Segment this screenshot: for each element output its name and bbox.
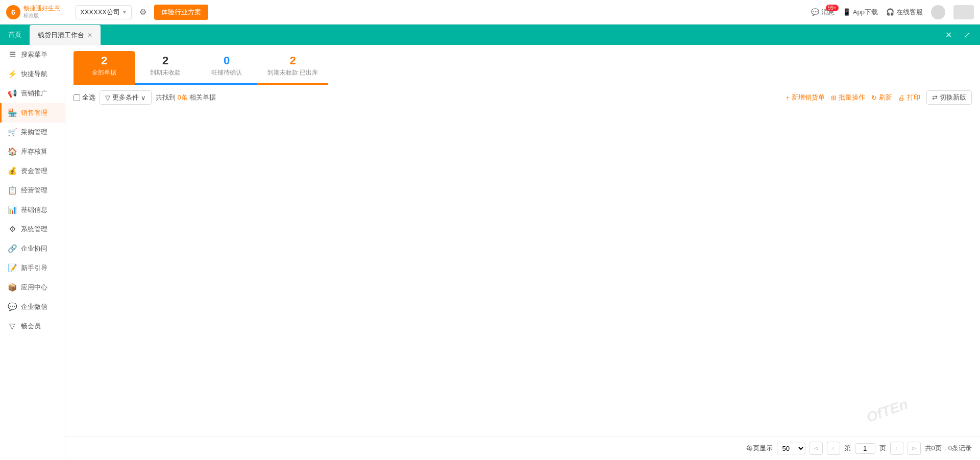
stat-count-overdue: 2 [145, 55, 186, 66]
tab-close-icon[interactable]: ✕ [87, 32, 92, 39]
tab-home-label: 首页 [8, 30, 21, 39]
sales-icon: 🏪 [8, 108, 17, 117]
basic-info-icon: 📊 [8, 205, 17, 214]
prev-page-button[interactable]: ‹ [827, 442, 840, 455]
toolbar-left: 全选 ▽ 更多条件 ∨ 共找到 0条 相关单据 [74, 90, 781, 105]
filter-label: 更多条件 [112, 93, 139, 102]
sidebar-item-label: 企业微信 [21, 302, 47, 311]
sidebar-item-finance[interactable]: 💰 资金管理 [0, 161, 65, 181]
sidebar-item-quick-nav[interactable]: ⚡ 快捷导航 [0, 64, 65, 84]
batch-operation-button[interactable]: ⊞ 批量操作 [831, 93, 865, 102]
sidebar-item-marketing[interactable]: 📢 营销推广 [0, 84, 65, 103]
finance-icon: 💰 [8, 166, 17, 176]
page-input[interactable] [855, 443, 875, 454]
top-header: 6 畅捷通好生意 标准版 XXXXXX公司 ▼ ⚙ 体验行业方案 💬 消息 99… [0, 0, 980, 25]
sidebar-item-inventory[interactable]: 🏠 库存核算 [0, 142, 65, 161]
header-right: 💬 消息 99+ 📱 App下载 🎧 在线客服 [811, 5, 974, 19]
select-all-checkbox[interactable]: 全选 [74, 93, 95, 102]
stat-tab-pending[interactable]: 0 旺铺待确认 [196, 51, 257, 85]
batch-icon: ⊞ [831, 94, 837, 102]
app-download-button[interactable]: 📱 App下载 [843, 8, 878, 17]
sidebar-item-label: 搜索菜单 [21, 50, 47, 59]
enterprise-icon: 🔗 [8, 244, 17, 253]
member-icon: ▽ [8, 322, 17, 331]
select-all-input[interactable] [74, 94, 80, 101]
tab-expand-icon[interactable]: ⤢ [960, 28, 974, 42]
add-label: 新增销货单 [792, 93, 825, 102]
download-icon: 📱 [843, 8, 851, 16]
stat-count-all: 2 [84, 55, 125, 66]
stat-count-overdue-shipped: 2 [267, 55, 318, 66]
message-badge: 99+ [826, 5, 839, 11]
company-selector[interactable]: XXXXXX公司 ▼ [76, 5, 132, 19]
sidebar: ☰ 搜索菜单 ⚡ 快捷导航 📢 营销推广 🏪 销售管理 🛒 采购管理 🏠 库存核… [0, 45, 65, 460]
add-icon: + [786, 94, 790, 102]
tab-bar-actions: ✕ ⤢ [941, 28, 980, 42]
stat-tab-overdue-shipped[interactable]: 2 到期未收款 已出库 [257, 51, 328, 85]
sidebar-item-label: 销售管理 [21, 108, 47, 117]
sidebar-item-label: 营销推广 [21, 89, 47, 98]
app-version: 标准版 [23, 12, 60, 19]
print-button[interactable]: 🖨 打印 [898, 93, 920, 102]
main-layout: ☰ 搜索菜单 ⚡ 快捷导航 📢 营销推广 🏪 销售管理 🛒 采购管理 🏠 库存核… [0, 45, 980, 460]
experience-button[interactable]: 体验行业方案 [154, 5, 208, 20]
settings-button[interactable]: ⚙ [136, 5, 150, 19]
search-menu-icon: ☰ [8, 50, 17, 59]
sidebar-item-search-menu[interactable]: ☰ 搜索菜单 [0, 45, 65, 64]
page-label: 第 [844, 444, 851, 453]
filter-chevron-icon: ∨ [141, 94, 146, 102]
avatar[interactable] [931, 5, 945, 19]
sidebar-item-enterprise[interactable]: 🔗 企业协同 [0, 239, 65, 258]
stat-label-overdue: 到期未收款 [145, 68, 186, 77]
print-icon: 🖨 [898, 94, 905, 102]
sidebar-item-label: 畅会员 [21, 322, 41, 331]
stat-tab-all[interactable]: 2 全部单据 [74, 51, 135, 85]
quick-nav-icon: ⚡ [8, 69, 17, 79]
tab-workbench[interactable]: 钱货日清工作台 ✕ [30, 25, 101, 45]
stat-tab-overdue[interactable]: 2 到期未收款 [135, 51, 196, 85]
sidebar-item-app-center[interactable]: 📦 应用中心 [0, 278, 65, 297]
logo-text-area: 畅捷通好生意 标准版 [23, 5, 60, 20]
message-button[interactable]: 💬 消息 99+ [811, 8, 835, 17]
purchase-icon: 🛒 [8, 128, 17, 137]
sidebar-item-label: 基础信息 [21, 205, 47, 214]
chevron-down-icon: ▼ [122, 9, 127, 15]
sidebar-item-operations[interactable]: 📋 经营管理 [0, 181, 65, 200]
batch-label: 批量操作 [839, 93, 865, 102]
refresh-button[interactable]: ↻ 刷新 [871, 93, 892, 102]
service-icon: 🎧 [886, 8, 894, 16]
tab-home[interactable]: 首页 [0, 25, 30, 45]
stat-count-pending: 0 [206, 55, 247, 66]
print-label: 打印 [907, 93, 920, 102]
last-page-button[interactable]: ⊳ [908, 442, 921, 455]
company-name: XXXXXX公司 [80, 8, 120, 17]
user-name-area [953, 5, 974, 19]
per-page-select[interactable]: 50 100 200 [777, 443, 805, 454]
sidebar-item-sales[interactable]: 🏪 销售管理 [0, 103, 65, 123]
sidebar-item-wechat[interactable]: 💬 企业微信 [0, 297, 65, 317]
online-service-button[interactable]: 🎧 在线客服 [886, 8, 923, 17]
pagination-bar: 每页显示 50 100 200 ⊲ ‹ 第 页 › ⊳ 共0页，0条记录 [65, 436, 980, 460]
tab-close-window-icon[interactable]: ✕ [941, 28, 955, 42]
switch-version-button[interactable]: ⇄ 切换新版 [926, 90, 972, 105]
wechat-icon: 💬 [8, 302, 17, 311]
sidebar-item-purchase[interactable]: 🛒 采购管理 [0, 123, 65, 142]
refresh-icon: ↻ [871, 94, 877, 102]
switch-icon: ⇄ [932, 94, 938, 102]
stat-label-all: 全部单据 [84, 68, 125, 77]
sidebar-item-guide[interactable]: 📝 新手引导 [0, 258, 65, 278]
marketing-icon: 📢 [8, 89, 17, 98]
sidebar-item-label: 系统管理 [21, 225, 47, 234]
stat-label-pending: 旺铺待确认 [206, 68, 247, 77]
sidebar-item-member[interactable]: ▽ 畅会员 [0, 317, 65, 336]
sidebar-item-basic-info[interactable]: 📊 基础信息 [0, 200, 65, 220]
app-center-icon: 📦 [8, 283, 17, 292]
next-page-button[interactable]: › [890, 442, 903, 455]
logo-area: 6 畅捷通好生意 标准版 [6, 5, 71, 20]
add-sale-button[interactable]: + 新增销货单 [786, 93, 825, 102]
filter-button[interactable]: ▽ 更多条件 ∨ [100, 90, 152, 105]
first-page-button[interactable]: ⊲ [810, 442, 823, 455]
sidebar-item-system[interactable]: ⚙ 系统管理 [0, 220, 65, 239]
sidebar-item-label: 库存核算 [21, 147, 47, 156]
sidebar-item-label: 企业协同 [21, 244, 47, 253]
